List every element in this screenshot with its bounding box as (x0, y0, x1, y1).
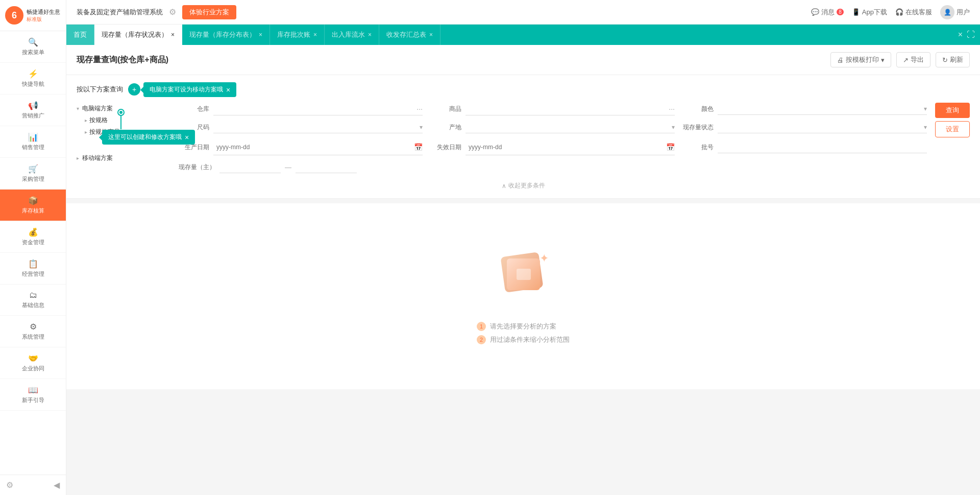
empty-tips: 1 请先选择要分析的方案 2 用过滤条件来缩小分析范围 (477, 322, 570, 348)
system-icon: ⚙ (30, 322, 37, 332)
tab-close-all-icon[interactable]: × (958, 30, 963, 39)
tab-inventory-dist[interactable]: 现存量（库存分布表） × (182, 25, 270, 45)
stock-main-max-input[interactable] (296, 161, 357, 173)
tab-bar-end: × ⛶ (958, 30, 980, 39)
sidebar: 6 畅捷通好生意 标准版 🔍 搜索菜单 ⚡ 快捷导航 📢 营销推广 📊 销售管理… (0, 0, 66, 495)
batch-input[interactable] (718, 142, 927, 153)
mobile-scheme-label: 移动端方案 (82, 154, 113, 162)
sidebar-item-search[interactable]: 🔍 搜索菜单 (0, 31, 66, 63)
arrow-right-icon: ▸ (77, 155, 79, 161)
stock-status-select[interactable]: ▾ (718, 122, 927, 133)
settings-icon[interactable]: ⚙ (6, 480, 13, 490)
purchase-icon: 🛒 (28, 164, 38, 174)
tab-fullscreen-icon[interactable]: ⛶ (967, 30, 975, 39)
range-separator: — (285, 163, 291, 171)
tab-close-icon[interactable]: × (313, 31, 317, 38)
exp-date-label: 失效日期 (431, 143, 461, 152)
add-scheme-button[interactable]: + (128, 83, 140, 96)
filter-header: 按以下方案查询 + 电脑方案可设为移动方案哦 × (77, 83, 970, 96)
tab-in-out-flow[interactable]: 出入库流水 × (325, 25, 379, 45)
sidebar-item-label: 搜索菜单 (22, 49, 44, 56)
sidebar-item-sales[interactable]: 📊 销售管理 (0, 126, 66, 158)
filter-row-4: 现存量（主） — (179, 161, 927, 173)
filter-fields: 仓库 ··· 商品 ··· (168, 103, 927, 177)
refresh-button[interactable]: ↻ 刷新 (936, 52, 970, 67)
empty-tip-2: 2 用过滤条件来缩小分析范围 (477, 335, 570, 344)
scheme-area: ▾ 电脑端方案 ▸ 按规格 (77, 103, 970, 177)
tab-bar: 首页 现存量（库存状况表） × 现存量（库存分布表） × 库存批次账 × 出入库… (66, 25, 980, 45)
warehouse-more-icon[interactable]: ··· (416, 105, 423, 113)
logo-text: 畅捷通好生意 标准版 (27, 8, 60, 22)
prod-date-input[interactable] (213, 142, 412, 153)
sidebar-item-purchase[interactable]: 🛒 采购管理 (0, 158, 66, 190)
app-download-button[interactable]: 📱 App下载 (852, 8, 887, 17)
add-tooltip-close[interactable]: × (226, 86, 230, 94)
calendar-icon[interactable]: 📅 (666, 143, 675, 151)
sidebar-item-basic[interactable]: 🗂 基础信息 (0, 285, 66, 316)
tab-receive-summary[interactable]: 收发存汇总表 × (379, 25, 440, 45)
sidebar-item-label: 库存核算 (22, 207, 44, 215)
print-button[interactable]: 🖨 按模板打印 ▾ (830, 52, 891, 67)
sidebar-item-guide[interactable]: ⚡ 快捷导航 (0, 63, 66, 95)
tab-close-icon[interactable]: × (429, 31, 433, 38)
trial-button[interactable]: 体验行业方案 (182, 5, 236, 19)
sidebar-item-finance[interactable]: 💰 资金管理 (0, 221, 66, 253)
tab-label: 收发存汇总表 (386, 30, 426, 39)
origin-select[interactable]: ▾ (465, 122, 675, 133)
goods-label: 商品 (431, 105, 461, 113)
page-title: 现存量查询(按仓库+商品) (77, 55, 168, 65)
empty-tip-1: 1 请先选择要分析的方案 (477, 322, 570, 331)
message-button[interactable]: 💬 消息 8 (811, 8, 844, 17)
sidebar-item-coop[interactable]: 🤝 企业协同 (0, 347, 66, 379)
warehouse-input-container[interactable]: ··· (213, 103, 423, 115)
exp-date-input[interactable] (465, 142, 664, 153)
calendar-icon[interactable]: 📅 (414, 143, 423, 151)
color-select[interactable]: ▾ (718, 103, 927, 115)
marketing-icon: 📢 (28, 101, 38, 110)
tab-close-icon[interactable]: × (368, 31, 372, 38)
service-button[interactable]: 🎧 在线客服 (895, 8, 932, 17)
sidebar-item-newbie[interactable]: 📖 新手引导 (0, 379, 66, 411)
tab-close-icon[interactable]: × (171, 31, 175, 38)
export-button[interactable]: ↗ 导出 (896, 52, 930, 67)
inventory-icon: 📦 (28, 196, 38, 205)
header-settings-icon[interactable]: ⚙ (169, 7, 176, 17)
field-size: 尺码 ▾ (179, 122, 423, 133)
batch-label: 批号 (683, 143, 714, 152)
tab-label: 现存量（库存状况表） (102, 30, 168, 39)
goods-more-icon[interactable]: ··· (669, 105, 675, 113)
page-content: 现存量查询(按仓库+商品) 🖨 按模板打印 ▾ ↗ 导出 ↻ 刷新 (66, 45, 980, 495)
tab-inventory-status[interactable]: 现存量（库存状况表） × (94, 25, 182, 45)
tab-label: 库存批次账 (277, 30, 310, 39)
size-select[interactable]: ▾ (213, 122, 423, 133)
logo-icon: 6 (5, 6, 23, 25)
sidebar-item-system[interactable]: ⚙ 系统管理 (0, 316, 66, 347)
sidebar-item-inventory[interactable]: 📦 库存核算 (0, 190, 66, 221)
edit-tooltip-close[interactable]: × (185, 133, 189, 142)
collapse-button[interactable]: ∧ 收起更多条件 (502, 181, 545, 190)
sparkle-icon: ✦ (540, 252, 549, 265)
mobile-scheme-header[interactable]: ▸ 移动端方案 (77, 152, 168, 164)
tab-home[interactable]: 首页 (66, 25, 94, 45)
finance-icon: 💰 (28, 227, 38, 237)
sidebar-item-label: 系统管理 (22, 333, 44, 341)
field-batch: 批号 (683, 139, 927, 155)
set-button[interactable]: 设置 (935, 121, 970, 137)
sidebar-item-label: 采购管理 (22, 175, 44, 183)
filter-bottom: ∧ 收起更多条件 (77, 181, 970, 190)
refresh-icon: ↻ (942, 56, 948, 64)
goods-input-container[interactable]: ··· (465, 103, 675, 115)
tab-batch-ledger[interactable]: 库存批次账 × (270, 25, 325, 45)
collapse-sidebar-icon[interactable]: ◀ (54, 480, 60, 490)
user-button[interactable]: 👤 用户 (940, 5, 970, 19)
stock-main-min-input[interactable] (219, 161, 281, 173)
connector-dot (118, 110, 124, 129)
query-button[interactable]: 查询 (935, 103, 970, 118)
sidebar-item-marketing[interactable]: 📢 营销推广 (0, 95, 66, 126)
export-icon: ↗ (903, 56, 909, 64)
tab-close-icon[interactable]: × (259, 31, 262, 38)
add-tooltip: 电脑方案可设为移动方案哦 × (143, 82, 236, 97)
sidebar-item-ops[interactable]: 📋 经营管理 (0, 253, 66, 285)
avatar: 👤 (940, 5, 954, 19)
scheme-sub-item[interactable]: ▸ 按规格 (85, 114, 168, 126)
